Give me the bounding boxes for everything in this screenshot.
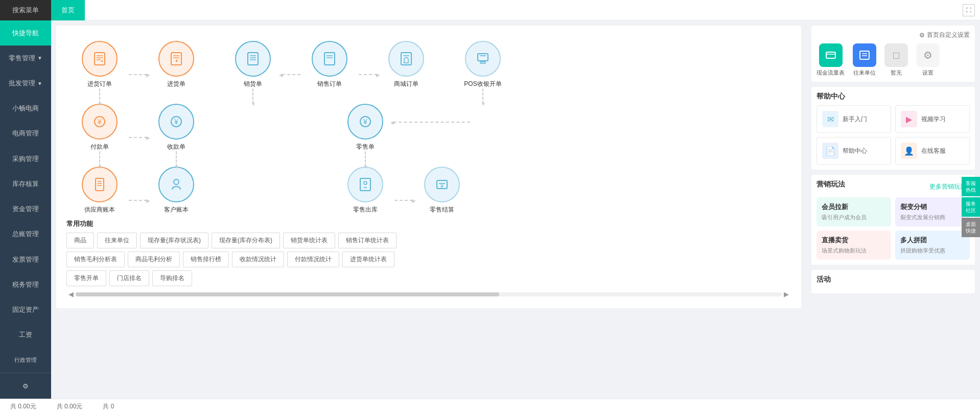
customize-button[interactable]: ⚙ 首页自定义设置 [919, 31, 970, 39]
svg-text:¥: ¥ [97, 118, 102, 126]
chevron-down-icon: ▼ [37, 81, 42, 86]
marketing-section: 营销玩法 更多营销玩法 › 会员拉新 吸引用户成为会员 裂变分销 裂变式发展分销… [811, 175, 975, 265]
sidebar-item-finance[interactable]: 资金管理 [0, 197, 51, 222]
func-btn-guide-rank[interactable]: 导购排名 [152, 270, 192, 286]
float-btn-community[interactable]: 服务社区 [962, 197, 980, 217]
flow-node-sales-order[interactable]: 销售订单 [301, 41, 358, 88]
sidebar-bottom: ⚙ [0, 373, 51, 399]
flow-node-supplier-book[interactable]: 供应商账本 [72, 167, 128, 214]
sidebar-item-purchase[interactable]: 采购管理 [0, 146, 51, 171]
purchase-label: 进货单 [167, 80, 185, 88]
main-content: 进货订单 ▶ 进货单 [51, 20, 806, 399]
sidebar-item-label: 小畅电商 [12, 104, 39, 113]
home-tab[interactable]: 首页 [51, 0, 85, 20]
func-buttons-row3: 零售开单 门店排名 导购排名 [66, 270, 791, 286]
sidebar-item-ecommerce-small[interactable]: 小畅电商 [0, 96, 51, 121]
flow-node-pos[interactable]: POS收银开单 [455, 41, 511, 88]
help-item-help[interactable]: 📄 帮助中心 [816, 137, 891, 165]
svg-rect-11 [324, 53, 335, 65]
flow-node-customer-book[interactable]: 客户账本 [148, 167, 204, 214]
help-item-beginner[interactable]: ✉ 新手入门 [816, 105, 891, 133]
svg-point-29 [174, 179, 179, 185]
arrow-right-1: ▶ [128, 74, 148, 88]
flow-node-sales[interactable]: 销货单 [225, 41, 281, 88]
float-btn-service[interactable]: 客服热线 [962, 177, 980, 196]
float-btn-desktop[interactable]: 桌面快捷 [962, 218, 980, 237]
settings-label: 设置 [922, 69, 934, 77]
float-buttons: 客服热线 服务社区 桌面快捷 [962, 177, 980, 237]
flow-node-receipt[interactable]: ¥ 收款单 [148, 104, 204, 151]
func-btn-goods[interactable]: 商品 [66, 233, 94, 248]
sidebar-item-invoice[interactable]: 发票管理 [0, 247, 51, 272]
service-label: 在线客服 [921, 147, 946, 155]
marketing-header: 营销玩法 更多营销玩法 › [816, 180, 970, 193]
help-item-service[interactable]: 👤 在线客服 [895, 137, 970, 165]
fission-title: 裂变分销 [900, 202, 965, 212]
sidebar-item-assets[interactable]: 固定资产 [0, 297, 51, 322]
sidebar-item-ecommerce-mgmt[interactable]: 电商管理 [0, 121, 51, 146]
marketing-item-member[interactable]: 会员拉新 吸引用户成为会员 [816, 197, 891, 226]
flow-node-purchase-order[interactable]: 进货订单 [72, 41, 128, 88]
flow-node-payment[interactable]: ¥ 付款单 [72, 104, 128, 151]
units-icon [853, 43, 876, 67]
marketing-grid: 会员拉新 吸引用户成为会员 裂变分销 裂变式发展分销商 直播卖货 场景式购物新玩… [816, 197, 970, 260]
retail-settle-label: 零售结算 [430, 205, 454, 214]
func-btn-sales-rank[interactable]: 销售排行榜 [183, 251, 229, 267]
sidebar-item-retail[interactable]: 零售管理 ▼ [0, 45, 51, 71]
activity-title: 活动 [816, 275, 970, 284]
func-btn-goods-margin[interactable]: 商品毛利分析 [128, 251, 180, 267]
marketing-item-livestream[interactable]: 直播卖货 场景式购物新玩法 [816, 231, 891, 260]
marketing-item-fission[interactable]: 裂变分销 裂变式发展分销商 [895, 197, 970, 226]
func-btn-units[interactable]: 往来单位 [97, 233, 137, 248]
quick-icons-row: 现金流量表 往来单位 □ 暂无 ⚙ 设置 [816, 43, 970, 77]
sidebar-item-label: 零售管理 [9, 54, 35, 63]
scroll-track[interactable] [76, 292, 782, 296]
marketing-title: 营销玩法 [816, 180, 845, 189]
cashflow-label: 现金流量表 [816, 69, 845, 77]
livestream-title: 直播卖货 [822, 236, 886, 245]
sidebar-item-salary[interactable]: 工资 [0, 323, 51, 348]
func-btn-receipt-stats[interactable]: 收款情况统计 [232, 251, 284, 267]
supplier-book-label: 供应商账本 [84, 205, 115, 214]
quick-icon-settings[interactable]: ⚙ 设置 [916, 43, 940, 77]
bottom-stat-2: 共 0.00元 [57, 402, 83, 411]
sidebar-item-quicknav[interactable]: 快捷导航 [0, 20, 51, 45]
sidebar-item-label: 发票管理 [12, 255, 39, 264]
func-btn-stock-status[interactable]: 现存量(库存状况表) [140, 233, 208, 248]
quick-icon-empty[interactable]: □ 暂无 [884, 43, 908, 77]
search-menu-button[interactable]: 搜索菜单 [0, 0, 51, 20]
retail-order-icon: ¥ [347, 104, 383, 140]
func-btn-store-rank[interactable]: 门店排名 [109, 270, 149, 286]
sidebar-item-tax[interactable]: 税务管理 [0, 272, 51, 297]
sidebar-item-inventory[interactable]: 库存核算 [0, 171, 51, 196]
fullscreen-button[interactable]: ⛶ [963, 4, 975, 16]
flow-node-retail-order[interactable]: ¥ 零售单 ◀ [337, 104, 393, 151]
scroll-right-icon[interactable]: ▶ [782, 290, 791, 298]
purchase-order-label: 进货订单 [87, 80, 112, 88]
flow-node-purchase[interactable]: 进货单 [148, 41, 204, 88]
func-btn-retail-order[interactable]: 零售开单 [66, 270, 106, 286]
chevron-down-icon: ▼ [37, 55, 42, 61]
func-btn-sales-stats[interactable]: 销货单统计表 [283, 233, 335, 248]
func-btn-sales-order-stats[interactable]: 销售订单统计表 [338, 233, 396, 248]
func-btn-sales-margin[interactable]: 销售毛利分析表 [66, 251, 125, 267]
arrow-left-1: ◀ [281, 74, 301, 88]
func-btn-payment-stats[interactable]: 付款情况统计 [287, 251, 339, 267]
flow-node-retail-settle[interactable]: ¥ 零售结算 [414, 167, 470, 214]
marketing-item-group[interactable]: 多人拼团 拼团购物享受优惠 [895, 231, 970, 260]
quick-icon-units[interactable]: 往来单位 [853, 43, 876, 77]
quick-icon-cashflow[interactable]: 现金流量表 [816, 43, 845, 77]
sidebar-item-wholesale[interactable]: 批发管理 ▼ [0, 71, 51, 96]
flow-node-mall-order[interactable]: 商城订单 [378, 41, 434, 88]
scroll-left-icon[interactable]: ◀ [66, 290, 76, 298]
sidebar-item-admin[interactable]: 行政管理 [0, 348, 51, 373]
sidebar-item-label: 固定资产 [12, 305, 39, 314]
gear-button[interactable]: ⚙ [0, 373, 51, 399]
func-buttons-row2: 销售毛利分析表 商品毛利分析 销售排行榜 收款情况统计 付款情况统计 进货单统计… [66, 251, 791, 267]
help-item-video[interactable]: ▶ 视频学习 [895, 105, 970, 133]
func-btn-purchase-stats[interactable]: 进货单统计表 [342, 251, 394, 267]
content-area: 进货订单 ▶ 进货单 [51, 20, 980, 399]
flow-node-retail-outbound[interactable]: 零售出库 [337, 167, 393, 214]
func-btn-stock-dist[interactable]: 现存量(库存分布表) [212, 233, 280, 248]
sidebar-item-general-ledger[interactable]: 总账管理 [0, 222, 51, 247]
